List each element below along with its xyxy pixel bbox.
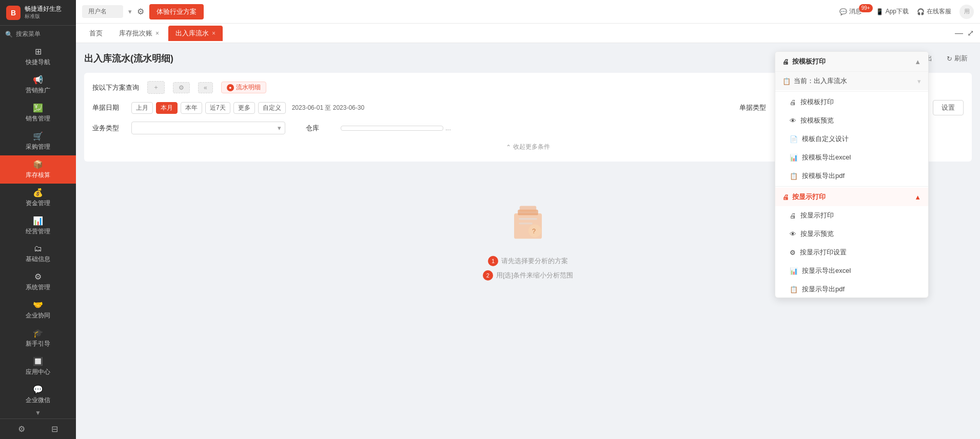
date-btn-group: 上月 本月 本年 近7天 更多 自定义 2023-06-01 至 2023-06… <box>131 102 364 114</box>
sidebar-nav-list: ⊞ 快捷导航 📢 营销推广 💹 销售管理 🛒 采购管理 📦 库存核算 💰 资金管… <box>0 43 76 407</box>
sidebar-item-inventory[interactable]: 📦 库存核算 <box>0 155 76 184</box>
filter-settings-btn[interactable]: ⚙ <box>173 82 190 93</box>
tab-maximize-btn[interactable]: ⤢ <box>967 28 974 38</box>
topbar-user[interactable]: 用户名 <box>82 5 123 18</box>
template-excel-icon: 📊 <box>790 154 798 162</box>
basic-icon: 🗂 <box>34 244 42 253</box>
sidebar-item-quick-nav[interactable]: ⊞ 快捷导航 <box>0 43 76 71</box>
date-btn-current-year[interactable]: 本年 <box>181 102 202 114</box>
tab-minimize-btn[interactable]: — <box>955 28 963 38</box>
warehouse-more-btn[interactable]: ... <box>445 124 451 132</box>
template-print-icon: 🖨 <box>790 98 796 106</box>
sidebar-item-purchase[interactable]: 🛒 采购管理 <box>0 127 76 155</box>
add-filter-btn[interactable]: ＋ <box>147 81 165 94</box>
user-avatar[interactable]: 用 <box>959 5 974 19</box>
svg-rect-4 <box>519 223 533 225</box>
dropdown-arrow-btn[interactable]: ▲ <box>914 58 921 66</box>
message-btn[interactable]: 💬 消息 99+ <box>839 7 868 16</box>
sidebar-collapse-icon[interactable]: ⊟ <box>51 424 58 434</box>
topbar-gear-icon[interactable]: ⚙ <box>137 7 144 16</box>
sidebar-item-finance[interactable]: 💰 资金管理 <box>0 184 76 212</box>
page-title: 出入库流水(流水明细) <box>84 52 173 65</box>
sidebar-item-sales[interactable]: 💹 销售管理 <box>0 99 76 127</box>
date-btn-last-month[interactable]: 上月 <box>131 102 153 114</box>
logo-text: 畅捷通好生意 标准版 <box>25 5 62 21</box>
date-btn-custom[interactable]: 自定义 <box>258 102 286 114</box>
dropdown-item-template-design[interactable]: 📄 模板自定义设计 <box>775 130 928 148</box>
dropdown-item-display-preview[interactable]: 👁 按显示预览 <box>775 225 928 243</box>
dropdown-item-template-pdf[interactable]: 📋 按模板导出pdf <box>775 167 928 185</box>
empty-step-1: 1 请先选择要分析的方案 <box>488 256 568 266</box>
inventory-icon: 📦 <box>33 159 43 169</box>
sidebar-item-enterprise[interactable]: 🤝 企业协同 <box>0 296 76 324</box>
wechat-icon: 💬 <box>33 385 43 394</box>
date-label: 单据日期 <box>92 103 123 112</box>
step-2-num: 2 <box>483 270 493 281</box>
sidebar-item-wechat[interactable]: 💬 企业微信 <box>0 381 76 407</box>
display-preview-icon: 👁 <box>790 230 796 238</box>
app-icon: 📱 <box>876 8 884 15</box>
enterprise-icon: 🤝 <box>33 300 43 310</box>
type-label: 单据类型 <box>739 103 770 112</box>
display-section-icon: 🖨 <box>782 193 789 201</box>
sidebar-item-operation[interactable]: 📊 经营管理 <box>0 212 76 240</box>
dropdown-current-item[interactable]: 📋 当前：出入库流水 ▾ <box>775 72 928 90</box>
dropdown-item-display-print[interactable]: 🖨 按显示打印 <box>775 206 928 225</box>
collapse-icon: ⌃ <box>506 144 511 151</box>
sidebar-scroll-down[interactable]: ▼ <box>0 407 76 418</box>
sidebar-search[interactable]: 🔍 搜索菜单 <box>0 26 76 43</box>
dropdown-item-template-excel[interactable]: 📊 按模板导出excel <box>775 148 928 167</box>
tab-inventory-batch-close[interactable]: × <box>155 30 159 37</box>
empty-illustration: ? <box>505 199 551 246</box>
divider-2 <box>775 186 928 187</box>
refresh-btn[interactable]: ↻ 刷新 <box>943 52 972 65</box>
date-range-text: 2023-06-01 至 2023-06-30 <box>292 104 364 112</box>
sidebar-item-marketing[interactable]: 📢 营销推广 <box>0 71 76 99</box>
system-icon: ⚙ <box>34 272 42 282</box>
warehouse-input[interactable] <box>341 126 443 131</box>
app-download-btn[interactable]: 📱 App下载 <box>876 7 909 16</box>
dropdown-item-template-print[interactable]: 🖨 按模板打印 <box>775 93 928 111</box>
settings-btn[interactable]: 设置 <box>933 100 964 115</box>
topbar: 用户名 ▾ ⚙ 体验行业方案 💬 消息 99+ 📱 App下载 🎧 在线客服 用 <box>76 0 980 24</box>
tab-inventory-flow[interactable]: 出入库流水 × <box>168 26 223 41</box>
sidebar-item-system[interactable]: ⚙ 系统管理 <box>0 268 76 296</box>
purchase-icon: 🛒 <box>33 131 43 141</box>
flow-tag-icon: ● <box>227 84 234 91</box>
headset-icon: 🎧 <box>917 8 925 15</box>
dropdown-panel-header: 🖨 按模板打印 ▲ <box>775 52 928 72</box>
sidebar-bottom: ⚙ ⊟ <box>0 418 76 439</box>
template-design-icon: 📄 <box>790 135 798 143</box>
display-section-arrow: ▲ <box>914 193 921 201</box>
message-badge: 99+ <box>859 4 873 12</box>
filter-collapse-btn[interactable]: « <box>198 82 213 93</box>
marketing-icon: 📢 <box>33 75 43 85</box>
dropdown-item-display-settings[interactable]: ⚙ 按显示打印设置 <box>775 243 928 262</box>
trial-btn[interactable]: 体验行业方案 <box>149 4 204 19</box>
dropdown-display-section-header[interactable]: 🖨 按显示打印 ▲ <box>775 188 928 206</box>
tab-inventory-flow-close[interactable]: × <box>212 30 215 37</box>
warehouse-label: 仓库 <box>306 124 337 133</box>
topbar-user-dropdown-icon[interactable]: ▾ <box>128 8 132 15</box>
operation-icon: 📊 <box>33 216 43 226</box>
dropdown-item-template-preview[interactable]: 👁 按模板预览 <box>775 111 928 130</box>
dropdown-item-display-pdf[interactable]: 📋 按显示导出pdf <box>775 280 928 297</box>
collapse-more-btn[interactable]: ⌃ 收起更多条件 <box>502 141 554 153</box>
tabs-bar: 首页 库存批次账 × 出入库流水 × — ⤢ <box>76 24 980 43</box>
sidebar-item-appstore[interactable]: 🔲 应用中心 <box>0 352 76 381</box>
logo-icon: B <box>6 6 21 20</box>
date-btn-current-month[interactable]: 本月 <box>156 102 178 114</box>
print-dropdown-panel: 🖨 按模板打印 ▲ 📋 当前：出入库流水 ▾ 🖨 按模板打印 👁 按模板预览 📄… <box>775 51 929 298</box>
date-btn-more[interactable]: 更多 <box>233 102 255 114</box>
display-settings-icon: ⚙ <box>790 249 796 256</box>
sidebar-item-newbie[interactable]: 🎓 新手引导 <box>0 324 76 352</box>
sidebar-item-basic[interactable]: 🗂 基础信息 <box>0 240 76 268</box>
date-btn-7days[interactable]: 近7天 <box>205 102 230 114</box>
business-type-select[interactable] <box>131 122 285 134</box>
sidebar-settings-icon[interactable]: ⚙ <box>18 424 25 434</box>
online-service-btn[interactable]: 🎧 在线客服 <box>917 7 951 16</box>
tab-inventory-batch[interactable]: 库存批次账 × <box>112 26 166 41</box>
tab-home[interactable]: 首页 <box>82 26 110 41</box>
dropdown-item-display-excel[interactable]: 📊 按显示导出excel <box>775 262 928 280</box>
quick-nav-icon: ⊞ <box>35 47 42 56</box>
